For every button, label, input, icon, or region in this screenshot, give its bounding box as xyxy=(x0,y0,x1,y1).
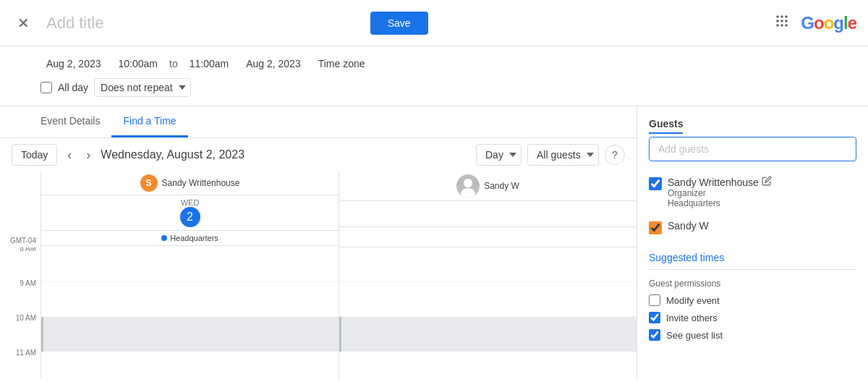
date-circle-2: 2 xyxy=(180,207,200,227)
guest-item-sandy-writtenhouse: Sandy Writtenhouse Organizer Headquarter… xyxy=(649,170,856,214)
guest-checkbox-sandy-writtenhouse[interactable] xyxy=(649,177,662,190)
main: Event Details Find a Time Today ‹ › Wedn… xyxy=(0,106,868,378)
svg-point-7 xyxy=(780,24,783,27)
guest-role-sandy: Organizer xyxy=(668,188,856,198)
permissions-title: Guest permissions xyxy=(649,279,856,289)
cal-date-label: Wednesday, August 2, 2023 xyxy=(101,148,470,161)
time-grid: 8 AM 9 AM 10 AM 11 AM 12 PM xyxy=(0,247,637,378)
header: ✕ Save Google xyxy=(0,0,868,46)
subheader: Aug 2, 2023 10:00am to 11:00am Aug 2, 20… xyxy=(0,46,868,106)
svg-point-0 xyxy=(776,15,779,18)
end-date-button[interactable]: Aug 2, 2023 xyxy=(240,55,307,72)
suggested-times-section: Suggested times xyxy=(637,246,868,269)
cal-toolbar: Today ‹ › Wednesday, August 2, 2023 Day … xyxy=(0,138,637,171)
perm-label-modify: Modify event xyxy=(666,295,720,306)
col-header-sandyw: Sandy W xyxy=(339,171,637,247)
sandy-w-col-name: S Sandy Writtenhouse xyxy=(41,171,339,195)
selected-time-block-sandy xyxy=(41,317,339,352)
close-button[interactable]: ✕ xyxy=(12,12,35,35)
guest-item-sandyw: Sandy W xyxy=(649,214,856,240)
tab-event-details[interactable]: Event Details xyxy=(29,106,111,137)
perm-item-invite: Invite others xyxy=(649,312,856,323)
guest-name-sandyw: Sandy W xyxy=(668,220,856,232)
prev-button[interactable]: ‹ xyxy=(63,145,76,166)
to-label: to xyxy=(169,58,178,69)
perm-item-guest-list: See guest list xyxy=(649,329,856,341)
sandyw-col-body[interactable] xyxy=(339,247,637,378)
sandyw-col-name: Sandy W xyxy=(339,171,637,201)
hq-badge-row: Headquarters xyxy=(41,231,339,246)
perm-checkbox-guest-list[interactable] xyxy=(649,329,660,341)
gmt-label: GMT-04 xyxy=(0,171,41,247)
hq-dot xyxy=(161,235,167,241)
view-select[interactable]: Day xyxy=(476,144,522,166)
guest-org-sandy: Headquarters xyxy=(668,198,856,208)
start-time-button[interactable]: 10:00am xyxy=(113,55,163,72)
col-header-sandy-w: S Sandy Writtenhouse WED 2 Headquarters xyxy=(41,171,339,247)
selected-time-block-sandyw xyxy=(339,317,637,352)
svg-point-4 xyxy=(780,20,783,22)
perm-checkbox-modify[interactable] xyxy=(649,294,660,306)
perm-item-modify: Modify event xyxy=(649,294,856,306)
tabs: Event Details Find a Time xyxy=(0,106,637,138)
wed-label: WED xyxy=(181,198,200,207)
next-button[interactable]: › xyxy=(82,145,95,166)
guest-name-sandy-writtenhouse: Sandy Writtenhouse xyxy=(668,176,856,188)
guest-info-sandy-writtenhouse: Sandy Writtenhouse Organizer Headquarter… xyxy=(668,176,856,208)
svg-point-6 xyxy=(776,24,779,27)
time-11am: 11 AM xyxy=(0,352,41,378)
svg-point-5 xyxy=(785,20,788,22)
allday-label: All day xyxy=(58,82,88,93)
svg-point-8 xyxy=(785,24,788,27)
repeat-select[interactable]: Does not repeat xyxy=(94,78,191,97)
guest-info-sandyw: Sandy W xyxy=(668,220,856,232)
svg-point-2 xyxy=(785,15,788,18)
svg-point-3 xyxy=(776,20,779,22)
guest-checkbox-sandyw[interactable] xyxy=(649,221,662,234)
hours-col: 8 AM 9 AM 10 AM 11 AM 12 PM xyxy=(0,247,41,378)
google-logo: Google xyxy=(801,13,856,33)
guests-title: Guests xyxy=(649,118,856,137)
perm-label-guest-list: See guest list xyxy=(666,330,723,341)
guests-filter-select[interactable]: All guests xyxy=(527,144,599,166)
col-headers: GMT-04 S Sandy Writtenhouse WED 2 Headqu… xyxy=(0,171,637,247)
add-guests-input[interactable] xyxy=(649,137,856,161)
perm-label-invite: Invite others xyxy=(666,313,718,323)
svg-point-1 xyxy=(780,15,783,18)
left-panel: Event Details Find a Time Today ‹ › Wedn… xyxy=(0,106,637,378)
allday-checkbox[interactable] xyxy=(41,82,52,93)
permissions-section: Guest permissions Modify event Invite ot… xyxy=(637,270,868,355)
tab-find-a-time[interactable]: Find a Time xyxy=(111,106,187,137)
suggested-times-link[interactable]: Suggested times xyxy=(649,252,724,263)
time-8am: 8 AM xyxy=(0,247,41,282)
sandy-w-avatar: S xyxy=(140,174,158,192)
end-time-button[interactable]: 11:00am xyxy=(184,55,234,72)
sandyw-avatar xyxy=(456,174,480,198)
time-10am: 10 AM xyxy=(0,317,41,352)
help-button[interactable]: ? xyxy=(605,145,625,165)
timezone-button[interactable]: Time zone xyxy=(312,55,371,72)
save-button[interactable]: Save xyxy=(370,12,428,35)
google-apps-icon[interactable] xyxy=(775,14,789,32)
right-panel: Guests Sandy Writtenhouse Organizer Head… xyxy=(637,106,868,378)
svg-point-10 xyxy=(464,179,472,187)
guests-section: Guests Sandy Writtenhouse Organizer Head… xyxy=(637,106,868,246)
title-input[interactable] xyxy=(46,11,370,35)
sandy-w-col-body[interactable] xyxy=(41,247,339,378)
time-9am: 9 AM xyxy=(0,282,41,317)
start-date-button[interactable]: Aug 2, 2023 xyxy=(41,55,107,72)
perm-checkbox-invite[interactable] xyxy=(649,312,660,323)
edit-icon-sandy[interactable] xyxy=(762,176,772,188)
today-button[interactable]: Today xyxy=(12,144,57,166)
